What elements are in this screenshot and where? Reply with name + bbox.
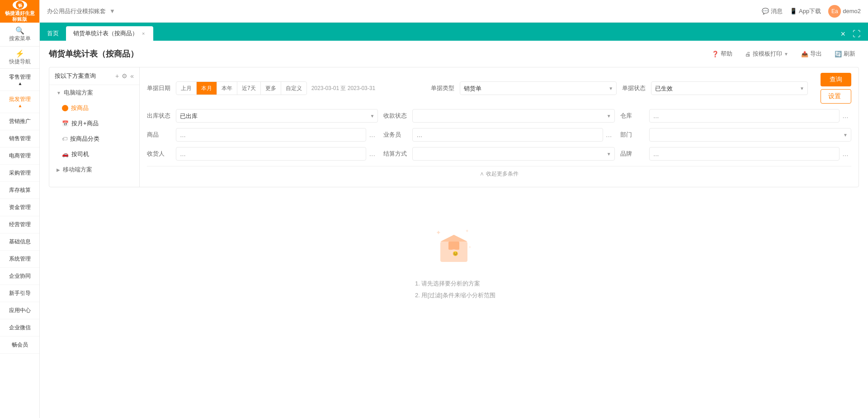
sidebar-logo: 畅 畅捷通好生意 标账版	[0, 0, 39, 23]
consignee-input[interactable]	[176, 147, 366, 161]
page-title: 销货单统计表（按商品）	[49, 48, 138, 59]
brand-label: 品牌	[620, 150, 646, 158]
svg-text:✦: ✦	[436, 229, 441, 236]
filter-field-out-status: 出库状态 已出库 ▼	[147, 109, 378, 123]
filter-sidebar: 按以下方案查询 + ⚙ « ▼ 电脑端方案 按商品	[49, 67, 140, 187]
date-tab-this-month[interactable]: 本月	[197, 82, 217, 95]
sidebar-item-label-7: 资金管理	[9, 204, 31, 211]
tab-close-window-btn[interactable]: ×	[839, 28, 847, 41]
tab-home[interactable]: 首页	[40, 26, 66, 41]
sidebar-quick-nav[interactable]: ⚡ 快捷导航	[0, 47, 39, 69]
sidebar-item-label-8: 经营管理	[9, 221, 31, 228]
sidebar-item-15[interactable]: 畅会员	[0, 337, 39, 354]
empty-text: 请先选择要分析的方案 用[过滤]条件来缩小分析范围	[412, 278, 495, 301]
svg-text:畅: 畅	[18, 3, 22, 8]
filter-add-icon[interactable]: +	[115, 72, 119, 80]
sidebar-item-3[interactable]: 销售管理	[0, 130, 39, 147]
sidebar-item-13[interactable]: 应用中心	[0, 302, 39, 319]
template-print-btn[interactable]: 🖨 按模板打印 ▼	[741, 48, 792, 60]
payment-select-wrap: ▼	[412, 147, 614, 161]
filter-tree-mobile[interactable]: ▶ 移动端方案	[49, 162, 139, 177]
sidebar-item-8[interactable]: 经营管理	[0, 216, 39, 233]
filter-field-date: 单据日期 上月 本月 本年 近7天 更多 自定义 20	[147, 81, 425, 95]
salesperson-label: 业务员	[383, 131, 409, 139]
sidebar-item-label-15: 畅会员	[12, 341, 28, 349]
sidebar-search[interactable]: 🔍 搜索菜单	[0, 23, 39, 47]
doc-status-select-wrap: 已生效 ▼	[651, 81, 808, 95]
settings-btn[interactable]: 设置	[821, 89, 851, 104]
date-tab-this-year[interactable]: 本年	[217, 82, 237, 95]
sidebar-item-7[interactable]: 资金管理	[0, 199, 39, 216]
sidebar-item-11[interactable]: 企业协同	[0, 268, 39, 285]
sidebar-item-label-11: 企业协同	[9, 272, 31, 280]
receipt-status-select[interactable]	[412, 109, 614, 123]
collapse-conditions-btn[interactable]: ∧ 收起更多条件	[147, 166, 851, 181]
tab-maximize-btn[interactable]: ⛶	[851, 28, 863, 41]
filter-row-3: 商品 … 业务员 … 部门	[147, 128, 851, 142]
sidebar-item-1[interactable]: 批发管理▲	[0, 91, 39, 113]
sidebar-item-label-13: 应用中心	[9, 307, 31, 314]
product-dots-btn[interactable]: …	[366, 131, 378, 138]
sidebar-item-label-3: 销售管理	[9, 135, 31, 142]
filter-collapse-icon[interactable]: «	[130, 72, 134, 80]
filter-sidebar-icons: + ⚙ «	[115, 72, 134, 80]
sidebar-item-label-14: 企业微信	[9, 324, 31, 332]
export-btn[interactable]: 📤 导出	[797, 48, 826, 60]
receipt-status-label: 收款状态	[383, 112, 409, 120]
doc-type-label: 单据类型	[431, 84, 456, 92]
app-download-btn[interactable]: 📱 App下载	[790, 7, 821, 15]
warehouse-dots-btn[interactable]: …	[840, 112, 851, 119]
sidebar-item-12[interactable]: 新手引导	[0, 285, 39, 302]
sidebar-item-10[interactable]: 系统管理	[0, 251, 39, 268]
industry-dropdown-icon[interactable]: ▼	[109, 8, 115, 14]
help-icon: ❓	[712, 51, 719, 57]
date-tab-last7[interactable]: 近7天	[237, 82, 261, 95]
filter-tree-desktop[interactable]: ▼ 电脑端方案	[49, 85, 139, 100]
filter-field-receipt-status: 收款状态 ▼	[383, 109, 614, 123]
department-select-wrap: ▼	[649, 128, 851, 142]
tab-home-label: 首页	[47, 29, 59, 38]
refresh-btn[interactable]: 🔄 刷新	[831, 48, 859, 60]
filter-row-4: 收货人 … 结算方式 ▼	[147, 147, 851, 161]
month-icon: 📅	[62, 120, 69, 127]
date-tab-more[interactable]: 更多	[261, 82, 281, 95]
product-input[interactable]	[176, 128, 366, 142]
sidebar-item-4[interactable]: 电商管理	[0, 147, 39, 165]
sidebar-item-6[interactable]: 库存核算	[0, 182, 39, 199]
salesperson-input[interactable]	[412, 128, 603, 142]
tab-window-actions: × ⛶	[839, 28, 868, 41]
user-profile[interactable]: Ea demo2	[828, 5, 861, 18]
sidebar-item-label-9: 基础信息	[9, 238, 31, 246]
brand-dots-btn[interactable]: …	[840, 150, 851, 157]
doc-type-select[interactable]: 销货单	[460, 81, 617, 95]
filter-tree-item-by-category[interactable]: 🏷 按商品分类	[49, 131, 139, 147]
date-tab-last-month[interactable]: 上月	[176, 82, 197, 95]
date-tab-custom[interactable]: 自定义	[281, 82, 307, 95]
doc-status-select[interactable]: 已生效	[651, 81, 808, 95]
sidebar-item-5[interactable]: 采购管理	[0, 165, 39, 182]
consignee-dots-btn[interactable]: …	[366, 150, 378, 157]
filter-tree-item-by-month-product[interactable]: 📅 按月+商品	[49, 116, 139, 131]
sidebar-item-14[interactable]: 企业微信	[0, 319, 39, 337]
doc-status-label: 单据状态	[622, 84, 647, 92]
brand-input[interactable]	[649, 147, 840, 161]
payment-select[interactable]	[412, 147, 614, 161]
sidebar-item-0[interactable]: 零售管理▲	[0, 69, 39, 91]
filter-tree-item-by-product[interactable]: 按商品	[49, 100, 139, 116]
filter-settings-icon[interactable]: ⚙	[122, 72, 127, 80]
sidebar-item-2[interactable]: 营销推广	[0, 113, 39, 130]
help-btn[interactable]: ❓ 帮助	[708, 48, 736, 60]
salesperson-dots-btn[interactable]: …	[603, 131, 615, 138]
warehouse-input[interactable]	[649, 109, 840, 123]
out-status-select[interactable]: 已出库	[176, 109, 378, 123]
department-select[interactable]	[649, 128, 851, 142]
tabbar: 首页 销货单统计表（按商品） × × ⛶	[40, 23, 868, 41]
sidebar-item-label-2: 营销推广	[9, 118, 31, 125]
message-btn[interactable]: 💬 消息	[762, 7, 783, 15]
filter-tree-item-by-cashier[interactable]: 🚗 按司机	[49, 147, 139, 162]
query-btn[interactable]: 查询	[821, 73, 851, 86]
tab-close-btn[interactable]: ×	[141, 30, 146, 37]
sidebar-item-9[interactable]: 基础信息	[0, 233, 39, 251]
tab-active[interactable]: 销货单统计表（按商品） ×	[66, 26, 153, 41]
topbar-left: 办公用品行业模拟账套 ▼	[47, 7, 115, 15]
